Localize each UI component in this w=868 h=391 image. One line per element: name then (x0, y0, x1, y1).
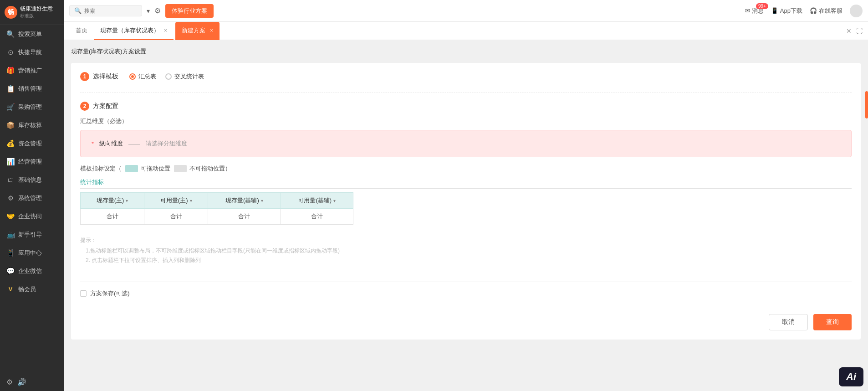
radio-summary[interactable]: 汇总表 (129, 72, 156, 81)
message-icon: ✉ (745, 7, 750, 14)
sidebar-item-member[interactable]: V 畅会员 (0, 280, 64, 298)
radio-cross[interactable]: 交叉统计表 (165, 72, 204, 81)
stats-col-2-label: 可用量(主) (160, 196, 188, 205)
sidebar-item-business-mgmt[interactable]: 📊 经营管理 (0, 153, 64, 171)
search-box[interactable]: 🔍 (69, 5, 142, 16)
template-radio-group: 汇总表 交叉统计表 (129, 72, 204, 81)
step2-title: 方案配置 (93, 102, 118, 110)
page-title: 现存量(库存状况表)方案设置 (71, 47, 861, 56)
tab-inventory-label: 现存量（库存状况表） (100, 26, 159, 35)
query-button[interactable]: 查询 (813, 314, 852, 330)
stats-col-3-header[interactable]: 现存量(基辅) ▾ (208, 193, 281, 209)
user-avatar[interactable] (850, 5, 863, 17)
sidebar-item-new-guide[interactable]: 📺 新手引导 (0, 226, 64, 244)
sidebar-item-label: 销售管理 (18, 85, 42, 93)
tips-item-1: 1.拖动标题栏可以调整布局，不可跨维度或指标区域拖动栏目字段(只能在同一维度或指… (80, 247, 852, 255)
sidebar-item-label: 采购管理 (18, 103, 42, 111)
industry-btn[interactable]: 体验行业方案 (165, 4, 214, 18)
tab-inventory-status[interactable]: 现存量（库存状况表） × (94, 22, 174, 40)
sidebar-item-label: 企业微信 (18, 267, 42, 275)
right-scroll-indicator[interactable] (865, 91, 868, 118)
radio-cross-circle (165, 73, 172, 80)
tab-close-action-icon[interactable]: ✕ (846, 27, 852, 35)
topbar: 🔍 ▾ ⚙ 体验行业方案 ✉ 消息 99+ 📱 App下载 🎧 在线客服 (64, 0, 868, 22)
sidebar-item-inventory[interactable]: 📦 库存核算 (0, 116, 64, 134)
radio-cross-label: 交叉统计表 (174, 72, 204, 81)
sidebar-item-quick-nav[interactable]: ⊙ 快捷导航 (0, 43, 64, 62)
app-download-btn[interactable]: 📱 App下载 (771, 7, 802, 15)
quick-nav-icon: ⊙ (6, 48, 15, 57)
sidebar-item-search-menu[interactable]: 🔍 搜索菜单 (0, 25, 64, 43)
sound-icon[interactable]: 🔊 (17, 378, 26, 386)
sidebar-item-system-mgmt[interactable]: ⚙ 系统管理 (0, 189, 64, 207)
marketing-icon: 🎁 (6, 67, 15, 75)
business-icon: 📊 (6, 158, 15, 166)
app-badge: 标准版 (20, 13, 53, 19)
search-dropdown-icon[interactable]: ▾ (147, 7, 150, 15)
tab-inventory-close-icon[interactable]: × (164, 27, 167, 34)
content-area: 现存量(库存状况表)方案设置 1 选择模板 汇总表 交叉统计表 (64, 40, 868, 391)
stats-col-1-header[interactable]: 现存量(主) ▾ (81, 193, 144, 209)
basic-info-icon: 🗂 (6, 176, 15, 184)
online-service-btn[interactable]: 🎧 在线客服 (810, 7, 842, 15)
topbar-gear-icon[interactable]: ⚙ (154, 6, 161, 15)
tabs-actions: ✕ ⛶ (846, 27, 863, 35)
corp-agreement-icon: 🤝 (6, 212, 15, 221)
sidebar-item-label: 企业协同 (18, 212, 42, 221)
tab-new-scheme[interactable]: 新建方案 × (175, 22, 220, 40)
draggable-legend-color (125, 165, 138, 172)
step-divider (80, 92, 852, 93)
save-scheme-row: 方案保存(可选) (80, 282, 852, 305)
step1-section: 1 选择模板 汇总表 交叉统计表 (80, 72, 852, 81)
sales-icon: 📋 (6, 85, 15, 93)
stats-col-4-header[interactable]: 可用量(基辅) ▾ (281, 193, 353, 209)
main-panel: 1 选择模板 汇总表 交叉统计表 (71, 63, 861, 340)
tips-section: 提示： 1.拖动标题栏可以调整布局，不可跨维度或指标区域拖动栏目字段(只能在同一… (80, 232, 852, 271)
tab-expand-action-icon[interactable]: ⛶ (856, 27, 863, 35)
topbar-right: ✉ 消息 99+ 📱 App下载 🎧 在线客服 (745, 5, 863, 17)
sidebar-item-corp-agreement[interactable]: 🤝 企业协同 (0, 207, 64, 226)
sidebar-item-label: 快捷导航 (18, 48, 42, 57)
col-3-arrow-icon: ▾ (261, 198, 263, 203)
stats-col-1-value: 合计 (81, 209, 144, 225)
radio-summary-label: 汇总表 (138, 72, 156, 81)
sidebar-item-label: 营销推广 (18, 67, 42, 75)
tab-home[interactable]: 首页 (69, 22, 94, 40)
tab-new-close-icon[interactable]: × (210, 27, 213, 34)
tips-title: 提示： (80, 237, 852, 244)
col-4-arrow-icon: ▾ (333, 198, 336, 203)
tab-home-label: 首页 (76, 26, 87, 35)
app-name: 畅康通好生意 (20, 5, 53, 13)
step1-badge: 1 (80, 72, 89, 81)
app-download-label: App下载 (780, 7, 802, 15)
sidebar-item-purchase-mgmt[interactable]: 🛒 采购管理 (0, 98, 64, 116)
stats-col-2-value: 合计 (144, 209, 208, 225)
sidebar-item-label: 搜索菜单 (18, 30, 42, 38)
sidebar-item-marketing[interactable]: 🎁 营销推广 (0, 62, 64, 80)
sidebar-item-corp-wechat[interactable]: 💬 企业微信 (0, 262, 64, 280)
step2-header: 2 方案配置 (80, 102, 852, 111)
sidebar-item-sales-mgmt[interactable]: 📋 销售管理 (0, 80, 64, 98)
save-scheme-checkbox[interactable] (80, 290, 87, 297)
sidebar-item-finance[interactable]: 💰 资金管理 (0, 134, 64, 153)
messages-badge: 99+ (756, 3, 768, 9)
search-input[interactable] (84, 8, 130, 14)
not-draggable-legend: 不可拖动位置） (174, 165, 231, 173)
messages-btn[interactable]: ✉ 消息 99+ (745, 7, 764, 15)
stats-col-2-header[interactable]: 可用量(主) ▾ (144, 193, 208, 209)
online-service-label: 在线客服 (819, 7, 842, 15)
ai-badge: Ai (839, 367, 863, 386)
sidebar-item-app-center[interactable]: 📱 应用中心 (0, 244, 64, 262)
sidebar-footer: ⚙ 🔊 (0, 373, 64, 391)
indicator-settings: 模板指标设定（ 可拖动位置 不可拖动位置） (80, 165, 852, 173)
cancel-button[interactable]: 取消 (769, 314, 808, 330)
dimension-box: * 纵向维度 —— 请选择分组维度 (80, 130, 852, 157)
stats-table-data-row: 合计 合计 合计 合计 (81, 209, 353, 225)
stats-col-1-label: 现存量(主) (97, 196, 124, 205)
sidebar-nav: 🔍 搜索菜单 ⊙ 快捷导航 🎁 营销推广 📋 销售管理 🛒 采购管理 📦 库存核… (0, 25, 64, 373)
settings-icon[interactable]: ⚙ (6, 378, 13, 386)
sidebar-item-basic-info[interactable]: 🗂 基础信息 (0, 171, 64, 189)
tips-item-2: 2. 点击标题栏下拉可设置排序、插入列和删除列 (80, 257, 852, 264)
save-scheme-label: 方案保存(可选) (90, 289, 130, 298)
vertical-dimension-label: 纵向维度 (99, 139, 123, 148)
